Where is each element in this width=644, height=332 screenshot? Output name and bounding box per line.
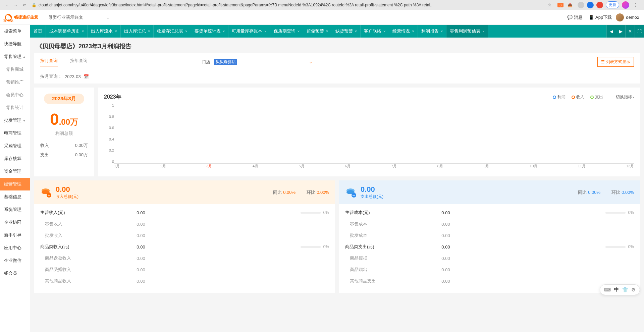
tabs-fullscreen-button[interactable]: ⛶ [635, 25, 644, 38]
income-icon [40, 186, 52, 199]
tab-4[interactable]: 收发存汇总表× [154, 25, 191, 38]
data-row: 商品受赠收入0.00 [40, 264, 329, 275]
download-link[interactable]: 📱 App下载 [589, 14, 612, 20]
tabs-close-button[interactable]: ✕ [625, 25, 635, 38]
data-row: 主营成本(元)0.000% [345, 207, 634, 218]
close-icon[interactable]: × [115, 29, 117, 33]
switch-metric-button[interactable]: 切换指标› [616, 94, 634, 100]
extension-icon-2[interactable] [587, 2, 594, 8]
list-mode-button[interactable]: ☰ 列表方式显示 [597, 57, 634, 67]
sidebar-item-1[interactable]: 快捷导航 [0, 38, 30, 50]
browser-profile-avatar[interactable] [622, 1, 629, 9]
tab-13[interactable]: 零售利润预估表× [446, 25, 488, 38]
close-icon[interactable]: × [82, 29, 84, 33]
data-row: 其他商品收入0.00 [40, 275, 329, 287]
sidebar-item-17[interactable]: 应用中心 [0, 241, 30, 254]
cloud-save-icon[interactable]: 📥 [566, 1, 574, 9]
tab-2[interactable]: 出入库流水× [88, 25, 120, 38]
menu-icon[interactable]: ⋮ [632, 1, 639, 9]
close-icon[interactable]: × [298, 29, 300, 33]
store-select[interactable]: 门店 贝贝母婴店 ⌵ [202, 58, 314, 66]
reload-icon[interactable]: ⟳ [21, 1, 28, 9]
user-name[interactable]: demo2 [626, 15, 639, 20]
user-avatar[interactable] [616, 13, 624, 21]
close-icon[interactable]: × [441, 29, 443, 33]
sidebar-item-3[interactable]: 零售商城 [0, 63, 30, 76]
close-icon[interactable]: × [223, 29, 225, 33]
tab-0[interactable]: 首页 [30, 25, 46, 38]
sidebar-item-0[interactable]: 搜索菜单 [0, 25, 30, 38]
legend-收入[interactable]: 收入 [572, 94, 584, 100]
tab-10[interactable]: 客户联络× [361, 25, 389, 38]
tab-11[interactable]: 经营情况× [389, 25, 418, 38]
close-icon[interactable]: × [383, 29, 385, 33]
sidebar-item-15[interactable]: 企业协同 [0, 216, 30, 229]
tab-9[interactable]: 缺货预警× [332, 25, 361, 38]
account-name: 母婴行业演示账套 [48, 14, 83, 20]
close-icon[interactable]: × [355, 29, 357, 33]
summary-card: 2023年3月 0 .00 万 利润总额 收入0.00万 支出0.00万 [34, 88, 94, 176]
tab-8[interactable]: 超储预警× [303, 25, 332, 38]
tabs-bar: 首页成本调整单历史×出入库流水×出入库汇总×收发存汇总表×要货单统计表×可用量库… [30, 25, 644, 38]
chevron-down-icon: ⌵ [310, 59, 312, 64]
forward-icon[interactable]: → [12, 1, 19, 9]
tab-12[interactable]: 利润报告× [418, 25, 446, 38]
sidebar-item-16[interactable]: 新手引导 [0, 229, 30, 241]
tab-6[interactable]: 可用量库存账本× [228, 25, 270, 38]
shirt-icon: 👕 [622, 287, 628, 292]
tabs-prev-button[interactable]: ◀ [606, 25, 616, 38]
sidebar-item-8[interactable]: 电商管理 [0, 127, 30, 140]
extension-icon-3[interactable] [596, 2, 603, 8]
sidebar-item-19[interactable]: 畅会员 [0, 267, 30, 280]
profit-label: 利润总额 [55, 130, 73, 136]
sidebar-item-5[interactable]: 会员中心 [0, 89, 30, 101]
sidebar-item-2[interactable]: 零售管理▲ [0, 50, 30, 63]
tab-5[interactable]: 要货单统计表× [191, 25, 228, 38]
tab-7[interactable]: 保质期查询× [270, 25, 303, 38]
url-text[interactable]: cloud.chanjet.com/hsy/u40or/4daqxn/lofe3… [39, 3, 546, 7]
query-tab-0[interactable]: 按月查询 [40, 58, 58, 66]
month-label: 按月查询： [40, 73, 62, 79]
close-icon[interactable]: × [326, 29, 328, 33]
close-icon[interactable]: × [264, 29, 266, 33]
update-button[interactable]: 更新 [606, 1, 619, 8]
sidebar-item-18[interactable]: 企业微信 [0, 254, 30, 267]
tab-3[interactable]: 出入库汇总× [121, 25, 154, 38]
sidebar-item-9[interactable]: 采购管理 [0, 140, 30, 152]
messages-link[interactable]: 💬 消息 [567, 14, 583, 20]
ime-widget[interactable]: ⌨ 中 👕 ⚙ [600, 284, 640, 295]
sidebar-item-6[interactable]: 零售统计 [0, 101, 30, 114]
browser-chrome: ← → ⟳ 🔒 cloud.chanjet.com/hsy/u40or/4daq… [0, 0, 644, 10]
chevron-down-icon: ⌵ [107, 15, 109, 20]
legend-利润[interactable]: 利润 [553, 94, 566, 100]
back-icon[interactable]: ← [3, 1, 11, 9]
sidebar-item-7[interactable]: 批发管理▼ [0, 114, 30, 127]
sidebar-item-12[interactable]: 经营管理 [0, 178, 30, 190]
data-row: 零售收入0.00 [40, 218, 329, 230]
sidebar-item-11[interactable]: 资金管理 [0, 165, 30, 178]
tabs-next-button[interactable]: ▶ [616, 25, 625, 38]
expense-card: 0.00 支出总额(元) 同比0.00% 环比0.00% 主营成本(元)0.00… [339, 180, 640, 293]
tab-1[interactable]: 成本调整单历史× [46, 25, 88, 38]
calendar-icon[interactable]: 📅 [84, 74, 89, 79]
close-icon[interactable]: × [482, 29, 484, 33]
sidebar-item-4[interactable]: 营销推广 [0, 76, 30, 89]
close-icon[interactable]: × [412, 29, 414, 33]
account-selector[interactable]: 母婴行业演示账套 ⌵ [48, 14, 109, 20]
notification-badge[interactable]: 3 [557, 3, 564, 7]
legend-支出[interactable]: 支出 [590, 94, 603, 100]
sidebar-item-14[interactable]: 系统管理 [0, 203, 30, 216]
lock-icon: 🔒 [32, 3, 37, 7]
sidebar-item-10[interactable]: 库存核算 [0, 152, 30, 165]
query-tab-1[interactable]: 按年查询 [70, 58, 88, 66]
close-icon[interactable]: × [185, 29, 187, 33]
ime-lang: 中 [614, 287, 619, 293]
sidebar-item-13[interactable]: 基础信息 [0, 190, 30, 203]
extension-icon-1[interactable] [578, 2, 584, 8]
income-amount: 0.00 [56, 185, 78, 194]
star-icon[interactable]: ☆ [546, 1, 553, 9]
data-row: 商品盘盈收入0.00 [40, 253, 329, 264]
sidebar: 搜索菜单快捷导航零售管理▲零售商城营销推广会员中心零售统计批发管理▼电商管理采购… [0, 25, 30, 332]
close-icon[interactable]: × [148, 29, 150, 33]
message-icon: 💬 [567, 15, 573, 20]
